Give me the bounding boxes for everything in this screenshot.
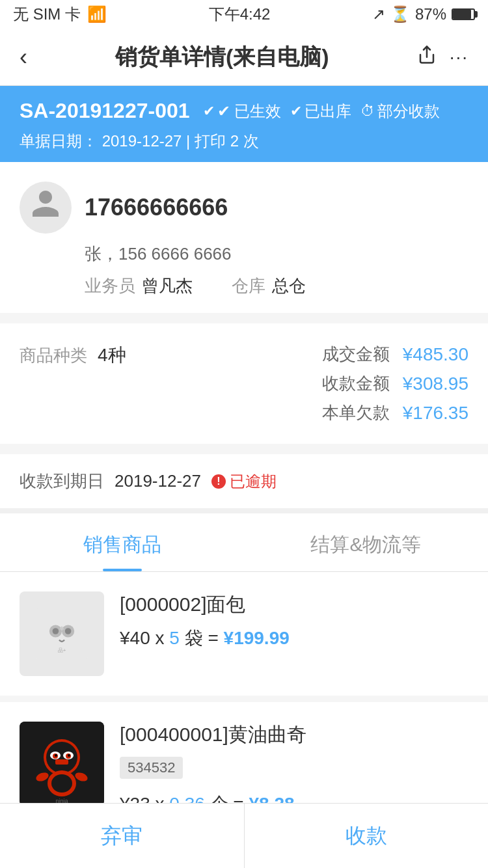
date-separator: | — [186, 132, 195, 150]
received-label: 收款金额 — [322, 372, 390, 395]
stat-row-deal: 成交金额 ¥485.30 — [322, 343, 468, 366]
bottom-bar: 弃审 收款 — [0, 803, 488, 868]
customer-info: 张，156 6666 6666 — [20, 243, 468, 265]
order-id: SA-20191227-001 — [20, 99, 190, 123]
svg-point-15 — [55, 754, 57, 757]
due-section: 收款到期日 2019-12-27 ! 已逾期 — [0, 454, 488, 513]
svg-text:品+: 品+ — [58, 647, 66, 653]
warehouse-label: 仓库 — [232, 275, 265, 297]
nav-bar: ‹ 销货单详情(来自电脑) ··· — [0, 29, 488, 86]
battery-icon — [452, 8, 475, 20]
owed-label: 本单欠款 — [322, 401, 390, 424]
deal-label: 成交金额 — [322, 343, 390, 366]
svg-point-19 — [51, 774, 72, 793]
product-name-1: [0000002]面包 — [120, 591, 468, 618]
salesperson-label: 业务员 — [85, 275, 135, 297]
tab-sales-products[interactable]: 销售商品 — [0, 513, 244, 571]
status-right: ↗ ⏳ 87% — [372, 5, 475, 23]
product-price-1: ¥40 x 5 袋 = ¥199.99 — [120, 626, 468, 651]
product-batch-2: 534532 — [120, 757, 183, 779]
carrier-text: 无 SIM 卡 — [13, 4, 81, 25]
overdue-icon: ! — [211, 474, 226, 489]
clock-icon: ⏱ — [360, 103, 375, 120]
salesperson-value: 曾凡杰 — [142, 275, 193, 297]
product-qty-1: 5 — [169, 628, 180, 648]
customer-section: 17666666666 张，156 6666 6666 业务员 曾凡杰 仓库 总… — [0, 162, 488, 313]
alarm-icon: ⏳ — [390, 5, 410, 23]
stat-row-owed: 本单欠款 ¥176.35 — [322, 401, 468, 424]
svg-point-16 — [68, 754, 70, 757]
abandon-review-button[interactable]: 弃审 — [0, 804, 245, 868]
product-total-1: ¥199.99 — [224, 628, 290, 648]
warehouse-value: 总仓 — [272, 275, 306, 297]
customer-meta: 业务员 曾凡杰 仓库 总仓 — [20, 275, 468, 297]
received-amount: ¥308.95 — [403, 373, 468, 394]
date-label: 单据日期： — [20, 132, 98, 150]
order-badges: ✔ ✔ 已生效 ✔ 已出库 ⏱ 部分收款 — [203, 101, 441, 122]
collect-payment-button[interactable]: 收款 — [245, 804, 489, 868]
share-icon[interactable] — [417, 45, 437, 69]
product-separator — [0, 697, 488, 702]
stats-left: 商品种类 4种 — [20, 343, 126, 368]
product-thumb-1: 品+ — [20, 591, 104, 676]
stat-row-received: 收款金额 ¥308.95 — [322, 372, 468, 395]
status-time: 下午4:42 — [209, 4, 271, 25]
more-icon[interactable]: ··· — [450, 47, 468, 68]
due-date: 2019-12-27 — [115, 471, 201, 491]
header-banner: SA-20191227-001 ✔ ✔ 已生效 ✔ 已出库 ⏱ 部分收款 单据日… — [0, 86, 488, 162]
avatar-icon — [29, 187, 62, 228]
warehouse-field: 仓库 总仓 — [232, 275, 306, 297]
tab-settlement[interactable]: 结算&物流等 — [244, 513, 488, 571]
stats-right: 成交金额 ¥485.30 收款金额 ¥308.95 本单欠款 ¥176.35 — [322, 343, 468, 424]
svg-point-5 — [65, 628, 72, 634]
overdue-text: 已逾期 — [230, 471, 277, 492]
tabs-section: 销售商品 结算&物流等 — [0, 513, 488, 572]
category-value: 4种 — [98, 343, 126, 368]
stats-section: 商品种类 4种 成交金额 ¥485.30 收款金额 ¥308.95 本单欠款 ¥… — [0, 323, 488, 444]
check-icon-1: ✔ — [203, 103, 215, 120]
print-info: 打印 2 次 — [195, 132, 259, 150]
check-icon-2: ✔ — [290, 103, 302, 120]
status-bar: 无 SIM 卡 📶 下午4:42 ↗ ⏳ 87% — [0, 0, 488, 29]
badge-shipped: ✔ 已出库 — [290, 101, 351, 122]
category-label: 商品种类 — [20, 344, 87, 367]
overdue-badge: ! 已逾期 — [211, 471, 277, 492]
badge-effective: ✔ ✔ 已生效 — [203, 101, 282, 122]
product-name-2: [000400001]黄油曲奇 — [120, 722, 468, 748]
owed-amount: ¥176.35 — [403, 403, 468, 424]
product-thumb-2: ninja — [20, 722, 104, 806]
nav-actions: ··· — [417, 45, 468, 69]
battery-text: 87% — [415, 5, 446, 23]
order-date-line: 单据日期： 2019-12-27 | 打印 2 次 — [20, 131, 468, 152]
customer-name: 17666666666 — [85, 194, 228, 221]
status-left: 无 SIM 卡 📶 — [13, 4, 107, 25]
product-info-1: [0000002]面包 ¥40 x 5 袋 = ¥199.99 — [120, 591, 468, 651]
svg-rect-17 — [55, 759, 68, 765]
list-item: 品+ [0000002]面包 ¥40 x 5 袋 = ¥199.99 — [0, 572, 488, 696]
avatar — [20, 182, 72, 234]
location-icon: ↗ — [372, 5, 385, 23]
back-button[interactable]: ‹ — [20, 44, 27, 71]
order-date: 2019-12-27 — [102, 132, 182, 150]
salesperson-field: 业务员 曾凡杰 — [85, 275, 193, 297]
svg-point-4 — [53, 628, 59, 634]
due-label: 收款到期日 — [20, 470, 104, 493]
deal-amount: ¥485.30 — [403, 344, 468, 365]
page-title: 销货单详情(来自电脑) — [27, 42, 417, 72]
badge-partial: ⏱ 部分收款 — [360, 101, 440, 122]
wifi-icon: 📶 — [87, 5, 107, 23]
